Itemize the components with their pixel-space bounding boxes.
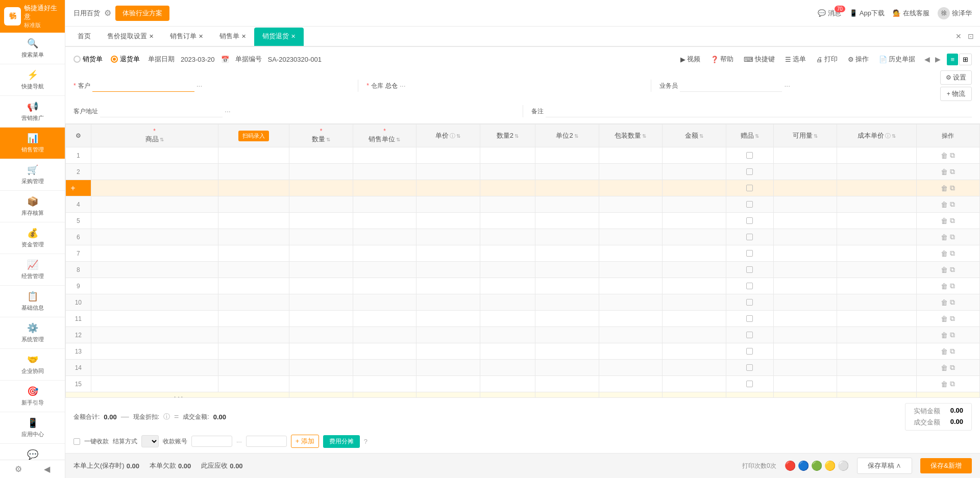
fee-split-btn[interactable]: 费用分摊 — [323, 435, 360, 448]
unit2-cell[interactable] — [535, 229, 599, 245]
gift-checkbox[interactable] — [746, 332, 753, 338]
cost-price-cell[interactable] — [837, 245, 916, 262]
sidebar-item-basics[interactable]: 📋 基础信息 — [0, 286, 65, 317]
sidebar-item-purchase[interactable]: 🛒 采购管理 — [0, 159, 65, 191]
sales-unit-cell[interactable] — [353, 245, 416, 262]
tab-close-sales-order[interactable]: ✕ — [199, 33, 203, 40]
remarks-input[interactable] — [546, 106, 972, 117]
save-new-button[interactable]: 保存&新增 — [920, 458, 972, 473]
operations-btn[interactable]: ⚙ 操作 — [845, 53, 872, 65]
available-cell[interactable] — [773, 245, 837, 262]
pack-qty-cell[interactable] — [599, 294, 662, 311]
gift-checkbox[interactable] — [746, 348, 753, 355]
maximize-tab-btn[interactable]: ⊡ — [966, 31, 976, 41]
amount-cell[interactable] — [663, 278, 726, 294]
delete-row-btn[interactable]: 🗑 — [941, 364, 948, 372]
amount-input[interactable] — [246, 436, 287, 447]
copy-row-btn[interactable]: ⧉ — [950, 331, 955, 339]
sort-cost[interactable]: ⇅ — [892, 133, 896, 139]
grid-view-btn[interactable]: ⊞ — [959, 54, 972, 65]
app-download-btn[interactable]: 📱 App下载 — [849, 9, 885, 18]
select-order-btn[interactable]: ☰ 选单 — [782, 53, 809, 65]
cost-price-cell[interactable] — [837, 311, 916, 327]
product-cell[interactable] — [91, 262, 218, 278]
amount-cell[interactable] — [663, 327, 726, 343]
cost-price-cell[interactable] — [837, 262, 916, 278]
qty2-cell[interactable] — [480, 180, 535, 196]
copy-row-btn[interactable]: ⧉ — [950, 216, 955, 225]
account-input[interactable] — [191, 436, 232, 447]
product-cell[interactable] — [91, 147, 218, 164]
print-btn[interactable]: 🖨 打印 — [813, 53, 841, 65]
pack-qty-cell[interactable] — [599, 327, 662, 343]
sales-unit-cell[interactable] — [353, 360, 416, 376]
unit2-cell[interactable] — [535, 245, 599, 262]
cost-price-cell[interactable] — [837, 164, 916, 180]
gift-cell[interactable] — [726, 376, 773, 392]
amount-cell[interactable] — [663, 213, 726, 229]
product-cell[interactable] — [91, 376, 218, 392]
tab-sales-return[interactable]: 销货退货 ✕ — [254, 28, 304, 46]
gift-cell[interactable] — [726, 311, 773, 327]
save-draft-button[interactable]: 保存草稿 ∧ — [857, 458, 913, 474]
price-cell[interactable] — [416, 164, 480, 180]
unit2-cell[interactable] — [535, 343, 599, 360]
price-cell[interactable] — [416, 376, 480, 392]
sales-unit-cell[interactable] — [353, 311, 416, 327]
unit2-cell[interactable] — [535, 376, 599, 392]
unit2-cell[interactable] — [535, 262, 599, 278]
amount-cell[interactable] — [663, 147, 726, 164]
sales-unit-cell[interactable] — [353, 164, 416, 180]
delete-row-btn[interactable]: 🗑 — [941, 217, 948, 225]
qty2-cell[interactable] — [480, 196, 535, 213]
sidebar-item-search[interactable]: 🔍 搜索菜单 — [0, 33, 65, 64]
delete-row-btn[interactable]: 🗑 — [941, 168, 948, 176]
account-dots[interactable]: ··· — [236, 438, 242, 445]
online-service-btn[interactable]: 💁 在线客服 — [893, 9, 929, 18]
sales-unit-cell[interactable] — [353, 229, 416, 245]
copy-row-btn[interactable]: ⧉ — [950, 380, 955, 388]
available-cell[interactable] — [773, 327, 837, 343]
gift-checkbox[interactable] — [746, 201, 753, 208]
sidebar-item-quicknav[interactable]: ⚡ 快捷导航 — [0, 64, 65, 96]
available-cell[interactable] — [773, 262, 837, 278]
sales-unit-cell[interactable] — [353, 262, 416, 278]
user-profile[interactable]: 徐 徐泽华 — [938, 7, 972, 19]
copy-row-btn[interactable]: ⧉ — [950, 184, 955, 192]
qty2-cell[interactable] — [480, 229, 535, 245]
available-cell[interactable] — [773, 147, 837, 164]
delete-row-btn[interactable]: 🗑 — [941, 298, 948, 307]
available-cell[interactable] — [773, 376, 837, 392]
copy-row-btn[interactable]: ⧉ — [950, 233, 955, 241]
sidebar-item-wechat[interactable]: 💬 企业微信 — [0, 444, 65, 460]
amount-cell[interactable] — [663, 196, 726, 213]
warehouse-select-btn[interactable]: ··· — [400, 82, 406, 90]
gift-checkbox[interactable] — [746, 381, 753, 387]
address-select-btn[interactable]: ··· — [225, 107, 231, 115]
copy-row-btn[interactable]: ⧉ — [950, 200, 955, 209]
delete-row-btn[interactable]: 🗑 — [941, 282, 948, 290]
sort-pack[interactable]: ⇅ — [642, 133, 646, 139]
delete-row-btn[interactable]: 🗑 — [941, 315, 948, 323]
sort-price[interactable]: ⇅ — [456, 133, 460, 139]
cost-price-cell[interactable] — [837, 360, 916, 376]
gift-checkbox[interactable] — [746, 299, 753, 306]
sidebar-item-inventory[interactable]: 📦 库存核算 — [0, 191, 65, 222]
copy-row-btn[interactable]: ⧉ — [950, 249, 955, 258]
radio-return-bill[interactable]: 退货单 — [111, 55, 140, 64]
qty-cell[interactable] — [289, 262, 353, 278]
available-cell[interactable] — [773, 278, 837, 294]
list-view-btn[interactable]: ≡ — [947, 54, 958, 65]
tab-home[interactable]: 首页 — [69, 28, 99, 46]
qty2-cell[interactable] — [480, 164, 535, 180]
gift-cell[interactable] — [726, 343, 773, 360]
product-input[interactable] — [93, 184, 216, 192]
available-cell[interactable] — [773, 360, 837, 376]
price-cell[interactable] — [416, 278, 480, 294]
unit2-cell[interactable] — [535, 311, 599, 327]
qty-cell[interactable] — [289, 278, 353, 294]
qty-cell[interactable] — [289, 376, 353, 392]
add-row-btn[interactable]: + — [68, 183, 78, 193]
qty2-cell[interactable] — [480, 147, 535, 164]
price-cell[interactable] — [416, 180, 480, 196]
